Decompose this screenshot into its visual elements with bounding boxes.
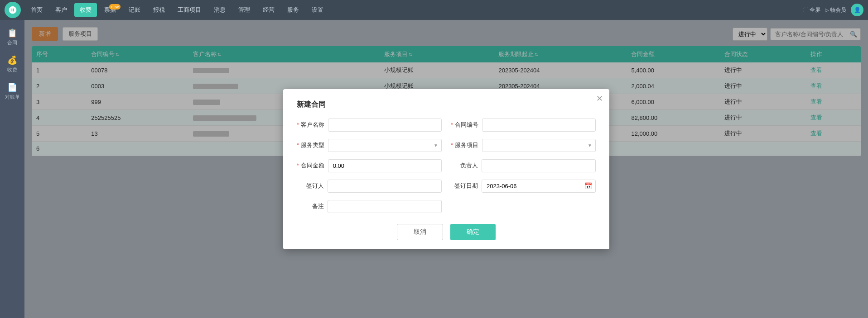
avatar[interactable]: 👤 bbox=[851, 4, 863, 16]
amount-label: 合同金额 bbox=[297, 161, 324, 170]
form-row-1: 客户名称 合同编号 bbox=[297, 119, 596, 132]
nav-invoice[interactable]: 票据 new bbox=[99, 3, 121, 17]
nav-settings[interactable]: 设置 bbox=[306, 3, 329, 17]
nav-fees[interactable]: 收费 bbox=[74, 3, 97, 17]
sidebar-item-fees[interactable]: 💰 收费 bbox=[1, 52, 23, 77]
statement-icon: 📄 bbox=[7, 82, 17, 92]
form-group-customer: 客户名称 bbox=[297, 119, 442, 132]
service-item-label: 服务项目 bbox=[451, 141, 478, 149]
service-type-select-wrap bbox=[328, 139, 442, 152]
contract-no-input[interactable] bbox=[482, 119, 596, 132]
new-contract-modal: 新建合同 ✕ 客户名称 合同编号 服务类型 bbox=[283, 89, 609, 249]
service-item-select[interactable] bbox=[482, 139, 596, 152]
sidebar-item-contract-label: 合同 bbox=[7, 39, 17, 46]
customer-name-input[interactable] bbox=[328, 119, 442, 132]
modal-footer: 取消 确定 bbox=[297, 224, 596, 240]
nav-accounting[interactable]: 记账 bbox=[123, 3, 146, 17]
form-row-5: 备注 bbox=[297, 200, 596, 213]
nav-home[interactable]: 首页 bbox=[25, 3, 48, 17]
sidebar-item-statement[interactable]: 📄 对账单 bbox=[1, 79, 23, 104]
sign-date-wrap: 📅 bbox=[482, 180, 596, 193]
nav-items: 首页 客户 收费 票据 new 记账 报税 工商项目 消息 管理 经营 服务 设… bbox=[25, 3, 803, 17]
form-group-service-item: 服务项目 bbox=[451, 139, 596, 152]
app-logo[interactable] bbox=[5, 2, 21, 18]
notes-input[interactable] bbox=[328, 200, 442, 213]
confirm-button[interactable]: 确定 bbox=[450, 224, 496, 240]
fees-icon: 💰 bbox=[7, 55, 17, 65]
sign-date-label: 签订日期 bbox=[451, 182, 478, 190]
calendar-icon[interactable]: 📅 bbox=[584, 182, 592, 190]
form-group-signer: 签订人 bbox=[297, 180, 442, 193]
cancel-button[interactable]: 取消 bbox=[397, 224, 443, 240]
form-row-4: 签订人 签订日期 📅 bbox=[297, 180, 596, 193]
notes-label: 备注 bbox=[297, 202, 324, 210]
contract-icon: 📋 bbox=[7, 28, 17, 38]
modal-overlay: 新建合同 ✕ 客户名称 合同编号 服务类型 bbox=[24, 20, 868, 318]
signer-label: 签订人 bbox=[297, 182, 324, 190]
customer-name-label: 客户名称 bbox=[297, 121, 324, 129]
contract-no-label: 合同编号 bbox=[451, 121, 478, 129]
member-button[interactable]: ▷ 畅会员 bbox=[825, 6, 846, 14]
responsible-label: 负责人 bbox=[451, 161, 478, 170]
form-row-2: 服务类型 服务项目 bbox=[297, 139, 596, 152]
close-button[interactable]: ✕ bbox=[596, 95, 603, 103]
service-type-label: 服务类型 bbox=[297, 141, 324, 149]
fullscreen-button[interactable]: ⛶ 全屏 bbox=[803, 6, 820, 14]
sidebar-item-fees-label: 收费 bbox=[7, 66, 17, 73]
form-group-responsible: 负责人 bbox=[451, 159, 596, 172]
sidebar-item-statement-label: 对账单 bbox=[5, 94, 20, 100]
nav-message[interactable]: 消息 bbox=[208, 3, 231, 17]
new-badge: new bbox=[109, 4, 121, 9]
nav-tax[interactable]: 报税 bbox=[148, 3, 170, 17]
form-group-sign-date: 签订日期 📅 bbox=[451, 180, 596, 193]
sidebar-item-contract[interactable]: 📋 合同 bbox=[1, 24, 23, 50]
form-row-3: 合同金额 负责人 bbox=[297, 159, 596, 172]
nav-service[interactable]: 服务 bbox=[282, 3, 304, 17]
signer-input[interactable] bbox=[328, 180, 442, 193]
modal-title: 新建合同 bbox=[297, 100, 596, 109]
form-group-service-type: 服务类型 bbox=[297, 139, 442, 152]
form-group-notes: 备注 bbox=[297, 200, 442, 213]
form-group-contract-no: 合同编号 bbox=[451, 119, 596, 132]
nav-right: ⛶ 全屏 ▷ 畅会员 👤 bbox=[803, 4, 863, 16]
service-type-select[interactable] bbox=[328, 139, 442, 152]
top-navigation: 首页 客户 收费 票据 new 记账 报税 工商项目 消息 管理 经营 服务 设… bbox=[0, 0, 868, 20]
content-area: 新增 服务项目 进行中 已完成 已终止 🔍 序号 合同编号⇅ bbox=[24, 20, 868, 318]
sign-date-input[interactable] bbox=[482, 180, 596, 193]
main-layout: 📋 合同 💰 收费 📄 对账单 新增 服务项目 进行中 已完成 已终止 bbox=[0, 20, 868, 318]
amount-input[interactable] bbox=[328, 159, 442, 172]
nav-customer[interactable]: 客户 bbox=[50, 3, 72, 17]
nav-operation[interactable]: 经营 bbox=[257, 3, 280, 17]
form-group-amount: 合同金额 bbox=[297, 159, 442, 172]
nav-business[interactable]: 工商项目 bbox=[172, 3, 207, 17]
sidebar: 📋 合同 💰 收费 📄 对账单 bbox=[0, 20, 24, 318]
service-item-select-wrap bbox=[482, 139, 596, 152]
nav-management[interactable]: 管理 bbox=[233, 3, 256, 17]
responsible-input[interactable] bbox=[482, 159, 596, 172]
